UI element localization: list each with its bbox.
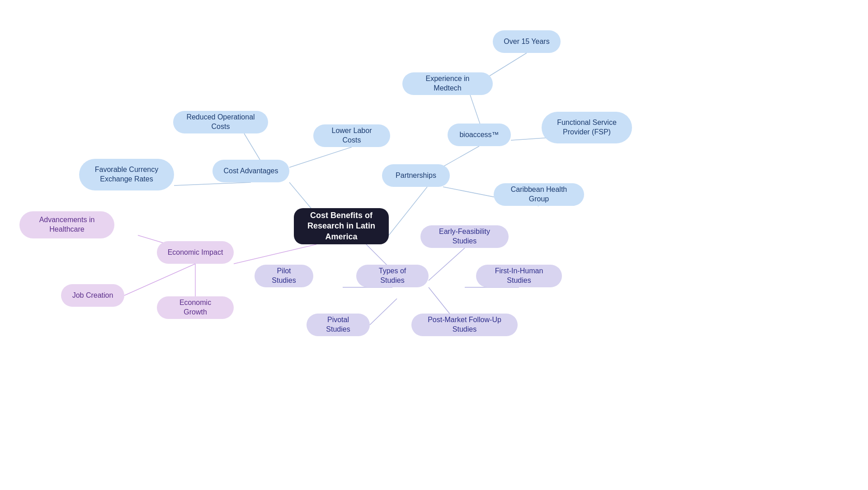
- svg-line-2: [289, 147, 352, 167]
- node-functional-service: Functional Service Provider (FSP): [542, 112, 632, 143]
- node-favorable-currency: Favorable Currency Exchange Rates: [79, 159, 174, 190]
- node-bioaccess: bioaccess™: [448, 124, 511, 146]
- svg-line-10: [234, 244, 316, 264]
- node-advancements: Advancements in Healthcare: [19, 211, 114, 238]
- node-experience-medtech: Experience in Medtech: [402, 72, 493, 95]
- node-caribbean-health: Caribbean Health Group: [494, 183, 584, 206]
- node-early-feasibility: Early-Feasibility Studies: [420, 225, 509, 248]
- svg-line-4: [389, 187, 427, 235]
- node-reduced-op: Reduced Operational Costs: [173, 111, 268, 133]
- node-post-market: Post-Market Follow-Up Studies: [411, 314, 518, 336]
- node-job-creation: Job Creation: [61, 284, 124, 307]
- svg-line-12: [124, 264, 195, 295]
- node-cost-advantages: Cost Advantages: [212, 160, 289, 182]
- mind-map: Cost Benefits of Research in Latin Ameri…: [0, 0, 868, 490]
- svg-line-3: [174, 182, 251, 186]
- node-pivotal-studies: Pivotal Studies: [307, 314, 370, 336]
- node-economic-impact: Economic Impact: [157, 241, 234, 264]
- node-first-in-human: First-In-Human Studies: [476, 265, 562, 287]
- node-partnerships: Partnerships: [382, 164, 450, 187]
- node-types-of-studies: Types of Studies: [356, 265, 429, 287]
- svg-line-15: [429, 248, 465, 281]
- node-over-15-years: Over 15 Years: [493, 30, 561, 53]
- node-economic-growth: Economic Growth: [157, 296, 234, 319]
- node-lower-labor: Lower Labor Costs: [313, 124, 390, 147]
- center-node: Cost Benefits of Research in Latin Ameri…: [294, 208, 389, 244]
- svg-line-19: [370, 299, 397, 325]
- node-pilot-studies: Pilot Studies: [255, 265, 313, 287]
